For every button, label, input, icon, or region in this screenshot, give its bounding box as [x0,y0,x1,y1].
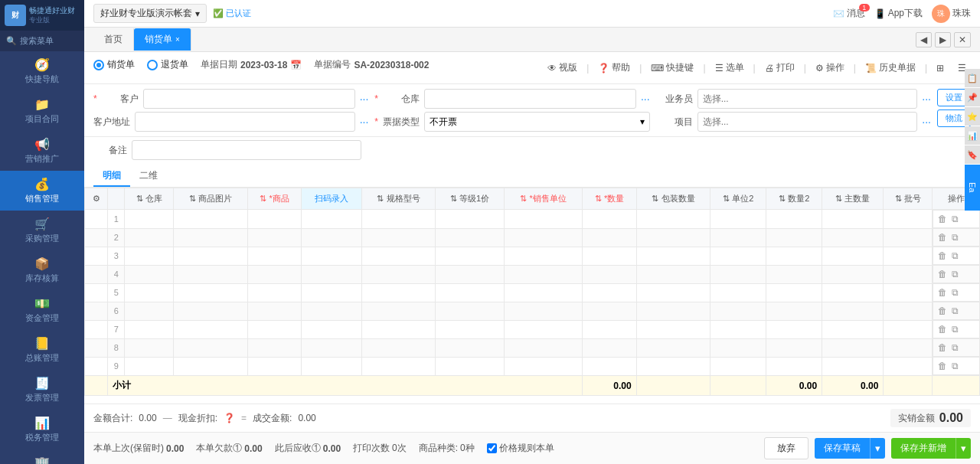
help-btn[interactable]: ❓ 帮助 [593,59,635,77]
row-unit2[interactable] [710,283,766,302]
row-batch[interactable] [884,247,933,265]
row-pack[interactable] [636,302,710,320]
row-warehouse[interactable] [125,338,174,357]
tab-next-button[interactable]: ▶ [935,32,951,47]
row-mainqty[interactable] [822,283,884,302]
row-pack[interactable] [636,283,710,302]
address-dots[interactable]: ··· [360,116,369,128]
message-action[interactable]: ✉️ 消息 1 [833,7,865,20]
select-btn[interactable]: ☰ 选单 [710,59,749,77]
row-img[interactable] [174,247,248,265]
sidebar-item-capital[interactable]: 💵 资金管理 [0,290,84,330]
row-qty[interactable] [583,265,636,283]
row-scan[interactable] [302,357,362,376]
row-copy-btn[interactable]: ⧉ [950,305,960,317]
row-unit[interactable] [504,302,583,320]
col-scan-header[interactable]: 扫码录入 [302,188,362,210]
row-qty2[interactable] [766,228,822,247]
row-goods[interactable] [247,265,301,283]
row-pack[interactable] [636,357,710,376]
row-batch[interactable] [884,338,933,357]
row-img[interactable] [174,357,248,376]
row-delete-btn[interactable]: 🗑 [936,286,949,299]
row-warehouse[interactable] [125,210,174,229]
row-unit[interactable] [504,357,583,376]
row-scan[interactable] [302,302,362,320]
row-qty[interactable] [583,338,636,357]
row-img[interactable] [174,228,248,247]
row-delete-btn[interactable]: 🗑 [936,360,949,372]
right-panel-btn-3[interactable]: ⭐ [965,107,980,126]
row-delete-btn[interactable]: 🗑 [936,250,949,262]
row-copy-btn[interactable]: ⧉ [950,323,960,335]
row-qty[interactable] [583,302,636,320]
row-pack[interactable] [636,228,710,247]
row-unit[interactable] [504,247,583,265]
row-qty[interactable] [583,210,636,229]
project-dots[interactable]: ··· [922,116,931,128]
row-warehouse[interactable] [125,247,174,265]
row-price[interactable] [436,265,504,283]
row-goods[interactable] [247,283,301,302]
tab-detail[interactable]: 明细 [93,166,130,187]
view-btn[interactable]: 👁 视版 [543,59,582,77]
row-qty2[interactable] [766,247,822,265]
row-img[interactable] [174,320,248,338]
row-batch[interactable] [884,265,933,283]
row-img[interactable] [174,302,248,320]
company-selector[interactable]: 好业财专业版演示帐套 ▾ [93,4,207,23]
sidebar-item-fixed-assets[interactable]: 🏢 固定资产 [0,449,84,464]
row-unit[interactable] [504,210,583,229]
sidebar-item-tax[interactable]: 📊 税务管理 [0,410,84,449]
row-scan[interactable] [302,320,362,338]
row-copy-btn[interactable]: ⧉ [950,231,960,243]
row-unit[interactable] [504,338,583,357]
row-scan[interactable] [302,265,362,283]
row-delete-btn[interactable]: 🗑 [936,323,949,335]
customer-dots[interactable]: ··· [360,93,369,105]
warehouse-input[interactable]: 小卖仓库 [424,89,636,109]
row-price[interactable] [436,283,504,302]
print-btn[interactable]: 🖨 打印 [760,59,799,77]
row-goods[interactable] [247,357,301,376]
row-delete-btn[interactable]: 🗑 [936,341,949,354]
note-input[interactable] [132,140,361,160]
sidebar-search[interactable]: 🔍 搜索菜单 [0,31,84,51]
row-delete-btn[interactable]: 🗑 [936,231,949,243]
row-price[interactable] [436,247,504,265]
row-warehouse[interactable] [125,320,174,338]
row-goods[interactable] [247,302,301,320]
row-spec[interactable] [361,210,436,229]
row-qty2[interactable] [766,283,822,302]
row-warehouse[interactable] [125,265,174,283]
col-warehouse-header[interactable]: ⇅ 仓库 [125,188,174,210]
row-pack[interactable] [636,247,710,265]
row-warehouse[interactable] [125,228,174,247]
col-unit-header[interactable]: ⇅ *销售单位 [504,188,583,210]
row-delete-btn[interactable]: 🗑 [936,213,949,225]
sidebar-item-purchase[interactable]: 🛒 采购管理 [0,211,84,250]
calendar-icon[interactable]: 📅 [290,60,302,70]
row-qty[interactable] [583,228,636,247]
address-input[interactable] [135,112,355,132]
right-panel-btn-1[interactable]: 📋 [965,69,980,87]
row-unit2[interactable] [710,302,766,320]
col-qty2-header[interactable]: ⇅ 数量2 [766,188,822,210]
row-unit2[interactable] [710,210,766,229]
sidebar-item-ledger[interactable]: 📒 总账管理 [0,330,84,370]
row-mainqty[interactable] [822,320,884,338]
row-scan[interactable] [302,247,362,265]
row-unit2[interactable] [710,265,766,283]
tab-sales-order[interactable]: 销货单 × [134,28,191,51]
row-unit[interactable] [504,283,583,302]
col-qty-header[interactable]: ⇅ *数量 [583,188,636,210]
row-qty2[interactable] [766,357,822,376]
row-warehouse[interactable] [125,357,174,376]
row-price[interactable] [436,228,504,247]
row-img[interactable] [174,265,248,283]
user-action[interactable]: 珠 珠珠 [932,5,971,23]
row-warehouse[interactable] [125,302,174,320]
col-mainqty-header[interactable]: ⇅ 主数量 [822,188,884,210]
row-goods[interactable] [247,228,301,247]
project-input[interactable] [697,112,918,132]
